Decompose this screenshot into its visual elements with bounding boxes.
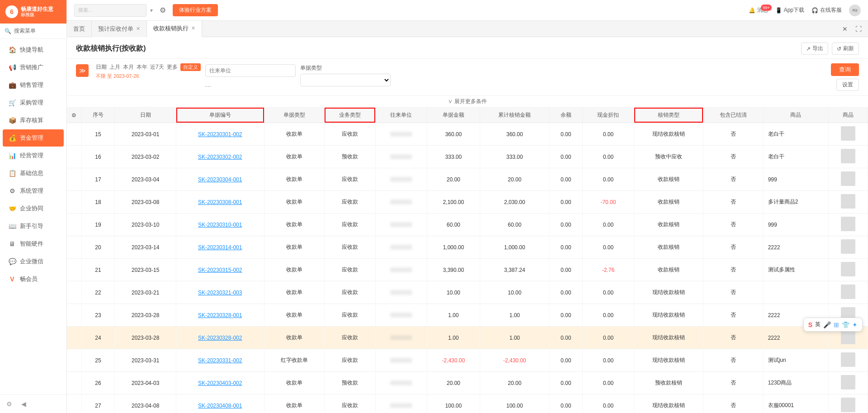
table-cell: 2023-03-28 xyxy=(115,327,176,349)
table-cell xyxy=(67,349,81,372)
settings-bottom-icon[interactable]: ⚙ xyxy=(4,399,14,409)
sidebar-item-sales[interactable]: 💼 销售管理 xyxy=(3,76,64,94)
single-no-link[interactable]: SK-20230408-001 xyxy=(176,394,264,413)
topbar-title-input[interactable]: 搜索... xyxy=(74,4,146,17)
sidebar-search[interactable]: 🔍 搜索菜单 xyxy=(0,24,66,39)
tab-close-all-button[interactable]: ✕ xyxy=(839,23,851,35)
single-no-link[interactable]: SK-20230315-002 xyxy=(176,259,264,281)
sidebar-item-finance[interactable]: 💰 资金管理 xyxy=(3,129,64,147)
app-sub: 标推版 xyxy=(21,12,53,18)
date-more[interactable]: 更多 xyxy=(167,63,178,71)
table-cell: 收款单 xyxy=(264,214,324,236)
table-cell: 应收款 xyxy=(324,281,375,304)
date-custom-button[interactable]: 自定义 xyxy=(180,63,201,71)
table-cell: 22 xyxy=(81,281,115,304)
table-cell: 否 xyxy=(703,349,763,372)
notifications-button[interactable]: 🔔 消息 99+ xyxy=(749,6,768,14)
table-row: 262023-04-03SK-20230403-002收款单预收款XXXXXX2… xyxy=(67,372,868,394)
table-cell: 2,100.00 xyxy=(427,191,480,214)
filter-settings-button[interactable]: 设置 xyxy=(836,79,859,91)
sidebar-item-inventory[interactable]: 📦 库存核算 xyxy=(3,112,64,129)
sidebar-item-basic[interactable]: 📋 基础信息 xyxy=(3,165,64,182)
table-cell: 现结收款核销 xyxy=(634,281,703,304)
single-no-link[interactable]: SK-20230308-001 xyxy=(176,191,264,214)
table-cell xyxy=(828,259,868,281)
table-cell xyxy=(828,372,868,394)
refresh-button[interactable]: ↺ 刷新 xyxy=(832,43,859,55)
sidebar-item-wechat[interactable]: 💬 企业微信 xyxy=(3,253,64,270)
sidebar-item-hardware[interactable]: 🖥 智能硬件 xyxy=(3,235,64,252)
sidebar-item-enterprise[interactable]: 🤝 企业协同 xyxy=(3,200,64,217)
sidebar-logo: 6 畅康道好生意 标推版 xyxy=(0,0,66,24)
counterparty-dots[interactable]: ... xyxy=(205,79,296,89)
th-settings[interactable]: ⚙ xyxy=(67,108,81,123)
sidebar-item-shortcut[interactable]: 🏠 快捷导航 xyxy=(3,41,64,58)
single-no-link[interactable]: SK-20230321-003 xyxy=(176,281,264,304)
table-cell: 收款单 xyxy=(264,146,324,168)
ime-star-icon[interactable]: ✦ xyxy=(852,321,858,328)
tab-pending-close[interactable]: ✕ xyxy=(136,26,140,32)
industry-solution-button[interactable]: 体验行业方案 xyxy=(173,4,218,16)
sidebar-item-purchase[interactable]: 🛒 采购管理 xyxy=(3,94,64,111)
date-this-month[interactable]: 本月 xyxy=(123,63,134,71)
filter-toggle-button[interactable]: ≫ xyxy=(76,64,89,77)
single-no-link[interactable]: SK-20230310-001 xyxy=(176,214,264,236)
sidebar-item-operations[interactable]: 📊 经营管理 xyxy=(3,147,64,164)
online-service-button[interactable]: 🎧 在线客服 xyxy=(811,6,842,14)
sidebar-item-marketing[interactable]: 📢 营销推广 xyxy=(3,59,64,76)
single-no-link[interactable]: SK-20230301-002 xyxy=(176,123,264,146)
single-no-link[interactable]: SK-20230328-001 xyxy=(176,304,264,327)
table-cell: 应收款 xyxy=(324,168,375,191)
table-cell: 收款单 xyxy=(264,394,324,413)
export-label: 导出 xyxy=(812,45,823,52)
tab-pending[interactable]: 预计应收付单 ✕ xyxy=(92,21,147,37)
table-cell: XXXXXX xyxy=(376,214,427,236)
single-no-link[interactable]: SK-20230403-002 xyxy=(176,372,264,394)
topbar-chevron-icon[interactable]: ▾ xyxy=(150,7,153,14)
table-cell: 24 xyxy=(81,327,115,349)
app-download-button[interactable]: 📱 App下载 xyxy=(775,6,804,14)
table-cell: XXXXXX xyxy=(376,281,427,304)
tab-maximize-button[interactable]: ⛶ xyxy=(853,23,864,35)
sidebar-item-member[interactable]: V 畅会员 xyxy=(3,271,64,288)
query-button[interactable]: 查询 xyxy=(831,63,859,76)
date-last-7days[interactable]: 近7天 xyxy=(150,63,164,71)
sidebar-item-system[interactable]: ⚙ 系统管理 xyxy=(3,182,64,199)
date-range-text: 不限 至 2023-07-26 xyxy=(96,73,139,79)
table-cell: 0.00 xyxy=(549,168,583,191)
single-type-select[interactable] xyxy=(300,74,391,86)
sidebar-item-guide[interactable]: 📖 新手引导 xyxy=(3,218,64,235)
counterparty-input[interactable] xyxy=(205,64,296,77)
topbar-gear-button[interactable]: ⚙ xyxy=(156,4,169,17)
sidebar-item-label: 采购管理 xyxy=(20,99,43,107)
single-no-link[interactable]: SK-20230302-002 xyxy=(176,146,264,168)
single-no-link[interactable]: SK-20230304-001 xyxy=(176,168,264,191)
tab-home[interactable]: 首页 xyxy=(67,21,92,37)
single-no-link[interactable]: SK-20230331-002 xyxy=(176,349,264,372)
table-cell: 现结收款核销 xyxy=(634,123,703,146)
user-avatar[interactable]: Rit xyxy=(849,5,861,16)
ime-mic-icon[interactable]: 🎤 xyxy=(823,321,831,328)
tab-write-off[interactable]: 收款核销执行 ✕ xyxy=(147,21,202,37)
single-no-label: 单据编号 xyxy=(209,112,231,118)
ime-badge[interactable]: S 英 🎤 ⊞ 👕 ✦ xyxy=(803,318,863,332)
table-row: 232023-03-28SK-20230328-001收款单应收款XXXXXX1… xyxy=(67,304,868,327)
page-title: 收款核销执行(按收款) xyxy=(76,44,146,53)
tab-write-off-close[interactable]: ✕ xyxy=(191,25,195,31)
ime-shirt-icon[interactable]: 👕 xyxy=(842,321,849,328)
export-button[interactable]: ↗ 导出 xyxy=(801,43,828,55)
single-no-link[interactable]: SK-20230328-002 xyxy=(176,327,264,349)
collapse-icon[interactable]: ◀ xyxy=(18,399,29,409)
date-this-year[interactable]: 本年 xyxy=(137,63,147,71)
finance-icon: 💰 xyxy=(8,134,16,142)
table-cell: 999 xyxy=(763,214,828,236)
ime-grid-icon[interactable]: ⊞ xyxy=(834,321,839,328)
date-last-month[interactable]: 上月 xyxy=(109,63,120,71)
th-single-no: 单据编号 xyxy=(176,108,264,123)
table-cell: 预收中应收 xyxy=(634,146,703,168)
table-cell: 999 xyxy=(763,168,828,191)
th-cash-discount: 现金折扣 xyxy=(583,108,634,123)
expand-filter-row[interactable]: ∨ 展开更多条件 xyxy=(67,96,868,108)
table-cell: 10.00 xyxy=(427,281,480,304)
single-no-link[interactable]: SK-20230314-001 xyxy=(176,236,264,259)
